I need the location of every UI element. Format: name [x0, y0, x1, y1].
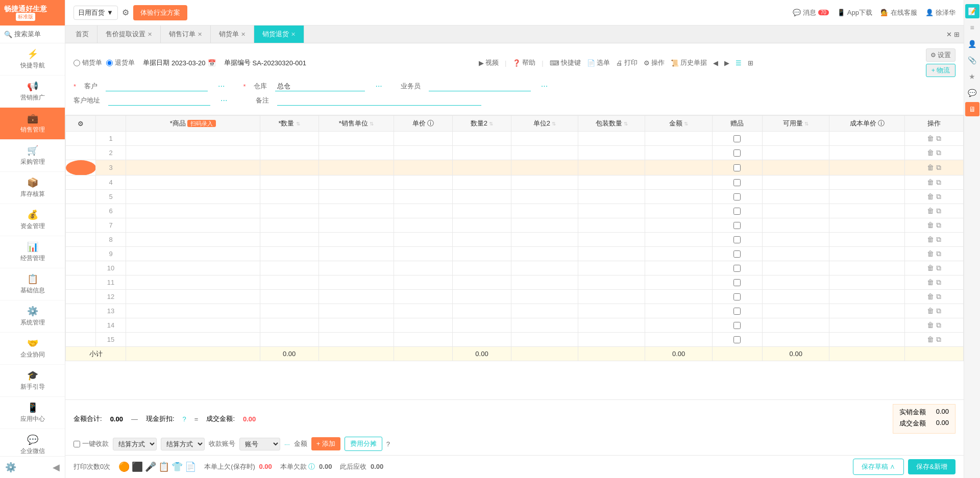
cost-cell[interactable]: [829, 233, 905, 247]
cost-cell[interactable]: [829, 290, 905, 304]
avail-cell[interactable]: [763, 290, 829, 304]
qty2-cell[interactable]: [453, 290, 511, 304]
sort-icon[interactable]: ⇅: [296, 121, 300, 127]
unit-cell[interactable]: [318, 146, 394, 160]
cost-cell[interactable]: [829, 175, 905, 190]
addr-ellipsis-icon[interactable]: ···: [220, 96, 227, 105]
goods-cell[interactable]: [126, 204, 260, 218]
topbar-gear-icon[interactable]: ⚙: [122, 8, 129, 17]
unit-cell[interactable]: [318, 190, 394, 204]
gift-checkbox[interactable]: [733, 265, 741, 272]
prev-icon[interactable]: ◀: [713, 59, 718, 67]
delete-icon[interactable]: 🗑: [927, 235, 934, 244]
pack-cell[interactable]: [578, 146, 645, 160]
qty2-cell[interactable]: [453, 318, 511, 333]
copy-icon[interactable]: ⧉: [936, 278, 941, 287]
pack-cell[interactable]: [578, 175, 645, 190]
cost-cell[interactable]: [829, 146, 905, 160]
add-row-button[interactable]: +: [78, 162, 84, 172]
amount-cell[interactable]: [645, 333, 712, 347]
amount-cell[interactable]: [645, 175, 712, 190]
sort-icon5[interactable]: ⇅: [624, 121, 628, 127]
ellipsis-icon[interactable]: ···: [284, 440, 290, 448]
settings-icon[interactable]: ⚙️: [5, 462, 16, 473]
one-key-payment-label[interactable]: 一键收款: [74, 439, 109, 448]
avail-cell[interactable]: [763, 204, 829, 218]
avail-cell[interactable]: [763, 218, 829, 233]
price-cell[interactable]: [394, 290, 453, 304]
footer-icon-6[interactable]: 📄: [185, 461, 196, 472]
cost-cell[interactable]: [829, 218, 905, 233]
qty2-cell[interactable]: [453, 261, 511, 275]
right-panel-form-icon[interactable]: 📝: [965, 4, 979, 18]
qty-cell[interactable]: [260, 275, 318, 290]
pack-cell[interactable]: [578, 204, 645, 218]
tab-price-settings[interactable]: 售价提取设置 ✕: [97, 26, 161, 43]
tab-price-settings-close[interactable]: ✕: [148, 31, 152, 38]
sidebar-item-purchase[interactable]: 🛒 采购管理: [0, 140, 65, 172]
pack-cell[interactable]: [578, 333, 645, 347]
delete-icon[interactable]: 🗑: [927, 335, 934, 344]
cost-cell[interactable]: [829, 333, 905, 347]
unit-cell[interactable]: [318, 290, 394, 304]
pack-cell[interactable]: [578, 261, 645, 275]
sort-icon6[interactable]: ⇅: [684, 121, 688, 127]
price-cell[interactable]: [394, 190, 453, 204]
split-button[interactable]: 费用分摊: [345, 437, 382, 451]
avail-cell[interactable]: [763, 175, 829, 190]
qty2-cell[interactable]: [453, 132, 511, 146]
delete-icon[interactable]: 🗑: [927, 278, 934, 287]
experience-button[interactable]: 体验行业方案: [133, 5, 187, 20]
sort-icon2[interactable]: ⇅: [370, 121, 374, 127]
qty2-cell[interactable]: [453, 160, 511, 175]
gift-checkbox[interactable]: [733, 308, 741, 315]
unit2-cell[interactable]: [511, 175, 578, 190]
avail-cell[interactable]: [763, 333, 829, 347]
footer-icon-2[interactable]: ⬛: [132, 461, 143, 472]
sidebar-item-operation[interactable]: 📊 经营管理: [0, 236, 65, 268]
right-panel-list-icon[interactable]: ≡: [965, 20, 979, 35]
unit-cell[interactable]: [318, 218, 394, 233]
sidebar-item-appstore[interactable]: 📱 应用中心: [0, 397, 65, 429]
delete-icon[interactable]: 🗑: [927, 249, 934, 258]
gift-checkbox[interactable]: [733, 322, 741, 329]
unit2-cell[interactable]: [511, 146, 578, 160]
amount-cell[interactable]: [645, 204, 712, 218]
goods-cell-active[interactable]: [126, 160, 260, 175]
qty-cell[interactable]: [260, 290, 318, 304]
avail-cell[interactable]: [763, 233, 829, 247]
radio-delivery-input[interactable]: [74, 60, 80, 66]
amount-cell[interactable]: [645, 190, 712, 204]
radio-return[interactable]: 退货单: [106, 58, 135, 67]
qty2-cell[interactable]: [453, 304, 511, 318]
gift-checkbox[interactable]: [733, 193, 741, 200]
amount-cell[interactable]: [645, 218, 712, 233]
qty-cell[interactable]: [260, 218, 318, 233]
tab-sales-return-close[interactable]: ✕: [291, 31, 296, 38]
delete-icon[interactable]: 🗑: [927, 163, 934, 172]
avail-cell[interactable]: [763, 146, 829, 160]
tab-sales-delivery-close[interactable]: ✕: [241, 31, 246, 38]
cost-cell[interactable]: [829, 275, 905, 290]
calendar-icon[interactable]: 📅: [208, 59, 216, 67]
delete-icon[interactable]: 🗑: [927, 321, 934, 330]
gift-checkbox[interactable]: [733, 164, 741, 171]
qty-cell[interactable]: [260, 204, 318, 218]
price-cell[interactable]: [394, 261, 453, 275]
price-cell[interactable]: [394, 218, 453, 233]
qty2-cell[interactable]: [453, 275, 511, 290]
sidebar-item-shortcut[interactable]: ⚡ 快捷导航: [0, 43, 65, 76]
qty2-cell[interactable]: [453, 175, 511, 190]
save-draft-button[interactable]: 保存草稿 ∧: [853, 459, 904, 475]
qty2-cell[interactable]: [453, 333, 511, 347]
warehouse-ellipsis-icon[interactable]: ···: [375, 82, 382, 91]
amount-cell[interactable]: [645, 275, 712, 290]
delete-icon[interactable]: 🗑: [927, 207, 934, 215]
unit2-cell[interactable]: [511, 333, 578, 347]
right-panel-user-icon[interactable]: 👤: [965, 37, 979, 51]
qty2-cell[interactable]: [453, 204, 511, 218]
avail-cell[interactable]: [763, 247, 829, 261]
copy-icon[interactable]: ⧉: [936, 335, 941, 344]
qty-cell[interactable]: [260, 304, 318, 318]
customer-addr-input[interactable]: [108, 95, 210, 106]
